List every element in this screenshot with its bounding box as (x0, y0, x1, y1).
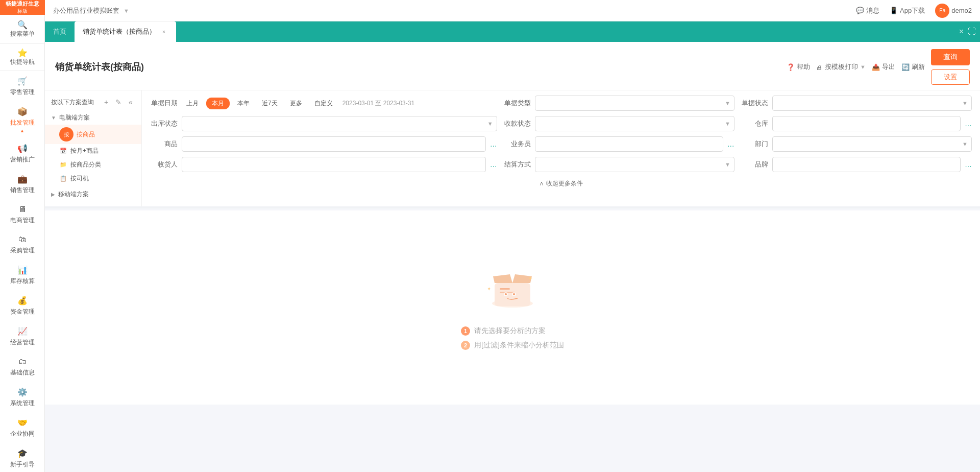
scheme-item-goods[interactable]: 按 按商品 (45, 125, 141, 144)
receiver-input[interactable] (182, 157, 486, 172)
nav-label: 快捷导航 (0, 58, 44, 66)
status-select-wrap: 已生效 ▼ (772, 96, 972, 111)
collapse-btn[interactable]: ∧ 收起更多条件 (539, 179, 582, 188)
tab-active-label: 销货单统计表（按商品） (83, 27, 156, 36)
outstock-input[interactable]: 已出库 (182, 116, 497, 131)
print-btn[interactable]: 🖨 按模板打印 ▼ (816, 62, 866, 72)
svg-point-9 (513, 293, 515, 295)
help-label: 帮助 (797, 62, 810, 72)
tab-home[interactable]: 首页 (45, 21, 75, 42)
scheme-group-mobile: ▶ 移动端方案 (45, 186, 141, 202)
filter-row-2: 出库状态 已出库 ▼ 收款状态 ▼ (150, 116, 972, 131)
empty-hint-2-text: 用[过滤]条件来缩小分析范围 (474, 341, 564, 350)
sidebar-item-inventory[interactable]: 📊 库存核算 (0, 260, 44, 291)
scheme-item-month-goods[interactable]: 📅 按月+商品 (45, 144, 141, 158)
filter-row-3: 商品 … 业务员 … 部门 (150, 136, 972, 152)
sidebar-item-basic[interactable]: 🗂 基础信息 (0, 352, 44, 382)
staff-dots[interactable]: … (727, 140, 734, 148)
username: demo2 (951, 7, 972, 14)
svg-text:✦: ✦ (528, 275, 533, 282)
type-input[interactable]: 销货单 (535, 96, 734, 111)
print-label: 按模板打印 (825, 62, 858, 72)
app-download-btn[interactable]: 📱 App下载 (890, 6, 925, 15)
sidebar-item-retail[interactable]: 🛒 零售管理 (0, 71, 44, 102)
brand-input[interactable] (772, 157, 961, 172)
date-preset-more[interactable]: 更多 (285, 97, 307, 110)
payment-input[interactable] (535, 116, 734, 131)
tab-bar: 首页 销货单统计表（按商品） × × ⛶ (45, 21, 980, 42)
brand-label: 品牌 (741, 160, 768, 169)
sidebar-item-finance[interactable]: 💰 资金管理 (0, 291, 44, 321)
sidebar-item-sales[interactable]: 💼 销售管理 (0, 169, 44, 200)
win-max-btn[interactable]: ⛶ (968, 27, 976, 36)
sidebar-nav[interactable]: ⭐ 快捷导航 (0, 44, 44, 71)
sidebar-item-marketing-label: 营销推广 (10, 155, 35, 164)
goods-field: 商品 … (150, 136, 497, 152)
scheme-header-actions: + ✎ « (102, 98, 135, 107)
warehouse-dots[interactable]: … (965, 120, 972, 128)
staff-input[interactable] (535, 136, 723, 152)
tab-home-label: 首页 (53, 27, 66, 36)
date-preset-7days[interactable]: 近7天 (257, 97, 282, 110)
settlement-select-wrap: ▼ (535, 157, 734, 172)
filter-row-1: 单据日期 上月 本月 本年 近7天 更多 自定义 2023-03-01 至 20… (150, 96, 972, 111)
sidebar-item-purchase[interactable]: 🛍 采购管理 (0, 230, 44, 260)
brand-dots[interactable]: … (965, 160, 972, 169)
date-preset-year[interactable]: 本年 (233, 97, 254, 110)
warehouse-input[interactable] (772, 116, 961, 131)
date-preset-custom[interactable]: 自定义 (310, 97, 337, 110)
scheme-edit-btn[interactable]: ✎ (114, 98, 123, 107)
help-btn[interactable]: ❓ 帮助 (787, 62, 810, 72)
tab-close-btn[interactable]: × (160, 28, 168, 36)
date-preset-thismonth[interactable]: 本月 (206, 98, 230, 109)
status-input[interactable]: 已生效 (772, 96, 972, 111)
dept-input[interactable] (772, 136, 972, 152)
scheme-collapse-btn[interactable]: « (126, 98, 135, 107)
sidebar-item-enterprise[interactable]: 🤝 企业协同 (0, 413, 44, 443)
hint-dot-1: 1 (461, 326, 470, 336)
settings-button[interactable]: 设置 (931, 69, 970, 85)
empty-hint-1: 1 请先选择要分析的方案 (461, 326, 564, 336)
page-actions: ❓ 帮助 🖨 按模板打印 ▼ 📤 导出 🔄 刷新 (787, 49, 970, 85)
query-button[interactable]: 查询 (931, 49, 970, 65)
export-btn[interactable]: 📤 导出 (872, 62, 895, 72)
filter-form: 单据日期 上月 本月 本年 近7天 更多 自定义 2023-03-01 至 20… (142, 90, 980, 206)
sidebar-search[interactable]: 🔍 搜索菜单 (0, 15, 44, 44)
scheme-add-btn[interactable]: + (102, 98, 111, 107)
goods-dots[interactable]: … (490, 140, 497, 148)
sidebar-item-operation[interactable]: 📈 经营管理 (0, 321, 44, 352)
date-range-display: 2023-03-01 至 2023-03-31 (342, 99, 414, 108)
svg-rect-4 (500, 288, 510, 290)
scheme-group-pc-title[interactable]: ▼ 电脑端方案 (45, 111, 141, 125)
settlement-input[interactable] (535, 157, 734, 172)
sidebar-item-wholesale[interactable]: 📦 批发管理 ▲ (0, 102, 44, 138)
user-area[interactable]: Ea demo2 (935, 4, 972, 18)
empty-svg: ✦ ✦ (482, 265, 543, 316)
scheme-item-goods-dot: 按 (59, 127, 74, 141)
goods-input[interactable] (182, 136, 486, 152)
win-close-btn[interactable]: × (959, 27, 964, 36)
sidebar-item-newbie[interactable]: 🎓 新手引导 (0, 443, 44, 472)
filter-row-4: 收货人 … 结算方式 ▼ 品牌 (150, 157, 972, 172)
content-area: 销货单统计表(按商品) ❓ 帮助 🖨 按模板打印 ▼ 📤 导出 (45, 42, 980, 472)
industry-dropdown-arrow[interactable]: ▼ (124, 8, 129, 14)
empty-state: ✦ ✦ 1 请先选择要分析的方案 2 用[过滤]条件来缩小分析范围 (45, 210, 980, 405)
status-field: 单据状态 已生效 ▼ (741, 96, 972, 111)
scheme-panel: 按以下方案查询 + ✎ « ▼ 电脑端方案 (45, 90, 142, 206)
folder-icon: 📁 (59, 161, 67, 169)
scheme-group-mobile-title[interactable]: ▶ 移动端方案 (45, 187, 141, 201)
sidebar-item-system[interactable]: ⚙️ 系统管理 (0, 382, 44, 413)
sidebar-item-marketing[interactable]: 📢 营销推广 (0, 138, 44, 169)
sidebar-item-ecommerce[interactable]: 🖥 电商管理 (0, 200, 44, 230)
scheme-item-driver[interactable]: 📋 按司机 (45, 172, 141, 185)
receiver-dots[interactable]: … (490, 160, 497, 169)
svg-text:✦: ✦ (487, 286, 491, 292)
sidebar-item-basic-label: 基础信息 (10, 368, 35, 377)
date-preset-lastmonth[interactable]: 上月 (182, 97, 203, 110)
header-left: 办公用品行业模拟账套 ▼ (53, 6, 129, 15)
scheme-item-goods-category[interactable]: 📁 按商品分类 (45, 158, 141, 172)
tab-active[interactable]: 销货单统计表（按商品） × (75, 21, 176, 42)
refresh-btn[interactable]: 🔄 刷新 (901, 62, 925, 72)
message-btn[interactable]: 💬 消息 (856, 6, 879, 15)
print-dropdown-arrow: ▼ (860, 64, 866, 70)
